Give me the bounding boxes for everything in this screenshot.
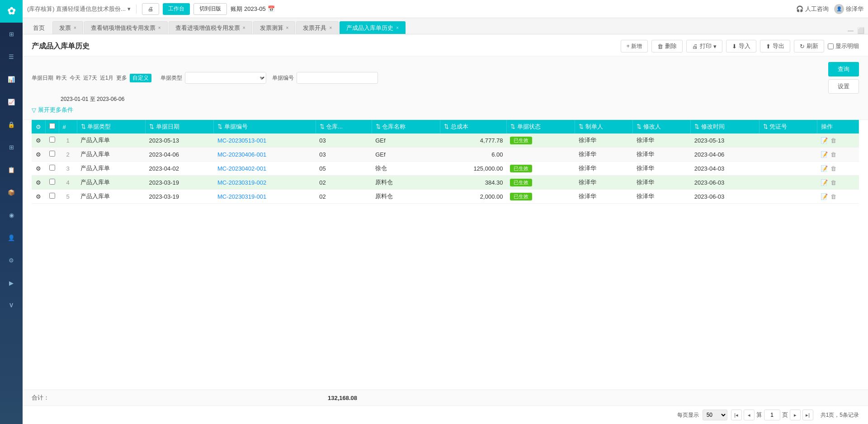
- date-custom[interactable]: 自定义: [130, 74, 151, 82]
- row-number-link[interactable]: MC-20230402-001: [217, 165, 266, 172]
- print-button[interactable]: 🖨 打印 ▾: [686, 40, 722, 52]
- workbench-button[interactable]: 工作台: [163, 3, 190, 15]
- tab-maximize-icon[interactable]: ⬜: [857, 27, 864, 34]
- date-yesterday[interactable]: 昨天: [56, 74, 67, 82]
- row-number-link[interactable]: MC-20230319-001: [217, 193, 266, 200]
- row-checkbox-input[interactable]: [49, 165, 55, 171]
- page-number-input[interactable]: [764, 410, 780, 420]
- sidebar-item-docs[interactable]: ☰: [0, 45, 23, 68]
- row-number[interactable]: MC-20230402-001: [214, 162, 316, 176]
- prev-page-button[interactable]: ◂: [744, 410, 755, 420]
- delete-button[interactable]: 🗑 删除: [651, 40, 683, 52]
- add-button[interactable]: + 新增: [621, 40, 648, 52]
- row-number[interactable]: MC-20230319-002: [214, 176, 316, 190]
- number-input[interactable]: [297, 72, 378, 84]
- user-menu[interactable]: 👤 徐泽华: [834, 4, 863, 14]
- sidebar-item-people[interactable]: 👤: [0, 226, 23, 249]
- total-cost-col-header[interactable]: ⇅ 总成本: [440, 120, 507, 133]
- export-button[interactable]: ⬆ 导出: [760, 40, 790, 52]
- sidebar-item-org[interactable]: ⊞: [0, 136, 23, 158]
- row-number-link[interactable]: MC-20230319-002: [217, 179, 266, 186]
- row-delete-icon[interactable]: 🗑: [830, 137, 836, 144]
- number-col-header[interactable]: ⇅ 单据编号: [214, 120, 316, 133]
- row-checkbox-input[interactable]: [49, 193, 55, 199]
- sidebar-item-version[interactable]: V: [0, 294, 23, 317]
- row-edit-icon[interactable]: 📝: [821, 137, 828, 144]
- row-number[interactable]: MC-20230406-001: [214, 148, 316, 162]
- tab-sales-vat[interactable]: 查看销项增值税专用发票 ×: [84, 21, 168, 34]
- last-page-button[interactable]: ▸|: [802, 410, 813, 420]
- warehouse-name-col-header[interactable]: ⇅ 仓库名称: [372, 120, 440, 133]
- show-detail-checkbox-label[interactable]: 显示明细: [828, 42, 859, 50]
- row-settings[interactable]: ⚙: [32, 133, 45, 148]
- sidebar-item-lock[interactable]: 🔒: [0, 113, 23, 136]
- support-button[interactable]: 🎧 人工咨询: [796, 5, 829, 13]
- sidebar-item-settings[interactable]: ⚙: [0, 249, 23, 272]
- row-settings[interactable]: ⚙: [32, 148, 45, 162]
- warehouse-code-col-header[interactable]: ⇅ 仓库...: [316, 120, 372, 133]
- row-checkbox-input[interactable]: [49, 137, 55, 143]
- tab-input-vat[interactable]: 查看进项增值税专用发票 ×: [169, 21, 252, 34]
- tab-invoice[interactable]: 发票 ×: [52, 21, 83, 34]
- first-page-button[interactable]: |◂: [731, 410, 742, 420]
- print-icon[interactable]: 🖨: [142, 3, 159, 15]
- refresh-button[interactable]: ↻ 刷新: [794, 40, 824, 52]
- tab-home[interactable]: 首页: [26, 21, 52, 34]
- import-button[interactable]: ⬇ 导入: [726, 40, 756, 52]
- date-today[interactable]: 今天: [70, 74, 80, 82]
- tab-sales-vat-close[interactable]: ×: [158, 25, 161, 30]
- next-page-button[interactable]: ▸: [790, 410, 801, 420]
- row-settings[interactable]: ⚙: [32, 176, 45, 190]
- row-checkbox-input[interactable]: [49, 179, 55, 185]
- sidebar-item-home[interactable]: ⊞: [0, 23, 23, 45]
- sidebar-item-chart[interactable]: 📊: [0, 68, 23, 91]
- period-calendar-icon[interactable]: 📅: [268, 5, 275, 12]
- row-edit-icon[interactable]: 📝: [821, 179, 828, 186]
- type-col-header[interactable]: ⇅ 单据类型: [77, 120, 145, 133]
- sidebar-item-stamp[interactable]: ◉: [0, 204, 23, 226]
- row-delete-icon[interactable]: 🗑: [830, 193, 836, 200]
- tab-input-vat-close[interactable]: ×: [243, 25, 245, 30]
- row-number-link[interactable]: MC-20230513-001: [217, 137, 266, 144]
- expand-more-button[interactable]: ▽ 展开更多条件: [32, 106, 859, 114]
- date-1month[interactable]: 近1月: [100, 74, 114, 82]
- type-select[interactable]: [185, 72, 266, 84]
- tab-invoice-close[interactable]: ×: [74, 25, 76, 30]
- settings-col-header[interactable]: ⚙: [32, 120, 45, 133]
- set-button[interactable]: 设置: [828, 79, 859, 94]
- row-delete-icon[interactable]: 🗑: [830, 179, 836, 186]
- row-delete-icon[interactable]: 🗑: [830, 165, 836, 172]
- date-more[interactable]: 更多: [116, 74, 127, 82]
- row-edit-icon[interactable]: 📝: [821, 151, 828, 158]
- row-checkbox-input[interactable]: [49, 151, 55, 157]
- tab-invoice-calc-close[interactable]: ×: [286, 25, 289, 30]
- table-container[interactable]: ⚙ # ⇅ 单据类型 ⇅ 单据日期 ⇅ 单据编号: [23, 120, 868, 390]
- row-checkbox[interactable]: [45, 133, 59, 148]
- date-col-header[interactable]: ⇅ 单据日期: [145, 120, 213, 133]
- row-checkbox[interactable]: [45, 176, 59, 190]
- tab-invoice-calc[interactable]: 发票测算 ×: [253, 21, 296, 34]
- modify-time-col-header[interactable]: ⇅ 修改时间: [691, 120, 759, 133]
- status-col-header[interactable]: ⇅ 单据状态: [506, 120, 575, 133]
- tab-minimize-icon[interactable]: —: [848, 27, 854, 34]
- creator-col-header[interactable]: ⇅ 制单人: [575, 120, 633, 133]
- row-settings[interactable]: ⚙: [32, 190, 45, 204]
- show-detail-checkbox[interactable]: [828, 43, 834, 49]
- tab-product-inbound[interactable]: 产成品入库单历史 ×: [340, 21, 406, 34]
- tab-product-inbound-close[interactable]: ×: [396, 25, 399, 30]
- sidebar-item-inventory[interactable]: 📦: [0, 181, 23, 204]
- row-edit-icon[interactable]: 📝: [821, 165, 828, 172]
- voucher-col-header[interactable]: ⇅ 凭证号: [759, 120, 817, 133]
- sidebar-item-media[interactable]: ▶: [0, 272, 23, 294]
- row-checkbox[interactable]: [45, 162, 59, 176]
- sidebar-item-analysis[interactable]: 📈: [0, 91, 23, 113]
- row-edit-icon[interactable]: 📝: [821, 193, 828, 200]
- row-settings[interactable]: ⚙: [32, 162, 45, 176]
- checkbox-col-header[interactable]: [45, 120, 59, 133]
- tab-invoice-open-close[interactable]: ×: [329, 25, 332, 30]
- query-button[interactable]: 查询: [828, 62, 859, 76]
- modifier-col-header[interactable]: ⇅ 修改人: [633, 120, 691, 133]
- company-selector[interactable]: (库存核算) 直播轻绥通信息技术股份... ▾: [27, 5, 131, 13]
- row-number[interactable]: MC-20230513-001: [214, 133, 316, 148]
- date-7days[interactable]: 近7天: [83, 74, 97, 82]
